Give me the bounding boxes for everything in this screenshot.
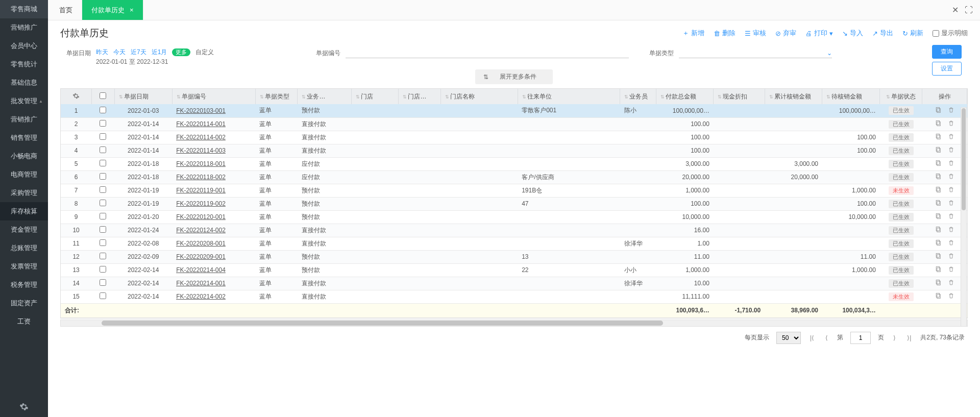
table-row[interactable]: 22022-01-14FK-20220114-001蓝单直接付款100.00已生… (61, 117, 967, 131)
col-biztype[interactable]: ⇅业务… (298, 89, 351, 104)
sidebar-item-12[interactable]: 资金管理 (0, 220, 48, 239)
delete-button[interactable]: 🗑 删除 (714, 29, 736, 38)
row-checkbox[interactable] (100, 200, 106, 206)
billno-link[interactable]: FK-20220119-002 (176, 200, 226, 207)
billno-link[interactable]: FK-20220103-001 (176, 107, 226, 114)
discard-button[interactable]: ⊘ 弃审 (775, 29, 796, 38)
table-row[interactable]: 142022-02-14FK-20220214-001蓝单直接付款徐泽华10.0… (61, 277, 967, 290)
copy-icon[interactable] (935, 186, 942, 193)
sidebar-item-0[interactable]: 零售商城 (0, 0, 48, 18)
date-custom[interactable]: 自定义 (195, 48, 214, 57)
delete-icon[interactable] (948, 226, 954, 233)
col-total[interactable]: ⇅付款总金额 (656, 89, 714, 104)
sidebar-item-3[interactable]: 零售统计 (0, 55, 48, 73)
select-all-checkbox[interactable] (91, 89, 114, 104)
sidebar-item-10[interactable]: 采购管理 (0, 184, 48, 202)
print-button[interactable]: 🖨 打印 ▾ (805, 29, 833, 38)
table-row[interactable]: 102022-01-24FK-20220124-002蓝单直接付款16.00已生… (61, 224, 967, 237)
horizontal-scrollbar[interactable] (60, 320, 968, 327)
delete-icon[interactable] (948, 239, 954, 246)
table-row[interactable]: 32022-01-14FK-20220114-002蓝单直接付款100.0010… (61, 131, 967, 144)
sidebar-item-5[interactable]: 批发管理 (0, 92, 48, 110)
table-row[interactable]: 82022-01-19FK-20220119-002蓝单预付款47100.001… (61, 197, 967, 210)
sidebar-item-9[interactable]: 电商管理 (0, 165, 48, 184)
billno-link[interactable]: FK-20220209-001 (176, 253, 226, 260)
billno-link[interactable]: FK-20220119-001 (176, 187, 226, 194)
delete-icon[interactable] (948, 173, 954, 180)
prev-page-icon[interactable]: ⟨ (823, 334, 830, 341)
last-page-icon[interactable]: ⟩| (905, 334, 913, 341)
row-checkbox[interactable] (100, 120, 106, 127)
col-salesman[interactable]: ⇅业务员 (620, 89, 656, 104)
row-checkbox[interactable] (100, 266, 106, 273)
export-button[interactable]: ↗ 导出 (872, 29, 893, 38)
billno-link[interactable]: FK-20220214-001 (176, 280, 226, 287)
copy-icon[interactable] (935, 213, 942, 219)
delete-icon[interactable] (948, 200, 954, 206)
billno-link[interactable]: FK-20220118-001 (176, 160, 226, 167)
billno-link[interactable]: FK-20220208-001 (176, 240, 226, 247)
col-store[interactable]: ⇅门店 (351, 89, 399, 104)
copy-icon[interactable] (935, 266, 942, 273)
delete-icon[interactable] (948, 266, 954, 273)
delete-icon[interactable] (948, 107, 954, 113)
page-input[interactable] (850, 332, 871, 344)
billtype-select[interactable]: ⌄ (679, 48, 832, 58)
billno-link[interactable]: FK-20220114-003 (176, 147, 226, 154)
copy-icon[interactable] (935, 146, 942, 153)
search-button[interactable]: 查询 (932, 45, 962, 59)
table-row[interactable]: 72022-01-19FK-20220119-001蓝单预付款191B仓1,00… (61, 184, 967, 197)
delete-icon[interactable] (948, 133, 954, 140)
sidebar-item-17[interactable]: 工资 (0, 312, 48, 331)
row-checkbox[interactable] (100, 173, 106, 180)
settings-icon[interactable] (0, 397, 48, 417)
gear-icon[interactable] (61, 89, 91, 104)
col-partner[interactable]: ⇅往来单位 (518, 89, 620, 104)
billno-input[interactable] (346, 48, 628, 58)
approve-button[interactable]: ☰ 审核 (745, 29, 766, 38)
date-last7[interactable]: 近7天 (131, 48, 146, 57)
tab-close-icon[interactable]: × (130, 6, 134, 14)
first-page-icon[interactable]: |⟨ (808, 334, 816, 341)
sidebar-item-15[interactable]: 税务管理 (0, 276, 48, 294)
billno-link[interactable]: FK-20220118-002 (176, 174, 226, 181)
add-button[interactable]: ＋ 新增 (682, 29, 704, 38)
row-checkbox[interactable] (100, 279, 106, 286)
row-checkbox[interactable] (100, 292, 106, 299)
row-checkbox[interactable] (100, 186, 106, 193)
copy-icon[interactable] (935, 279, 942, 286)
tab-0[interactable]: 首页 (50, 0, 82, 20)
col-pending[interactable]: ⇅待核销金额 (822, 89, 880, 104)
table-row[interactable]: 62022-01-18FK-20220118-002蓝单应付款客户/供应商20,… (61, 170, 967, 184)
close-icon[interactable]: ✕ (952, 5, 959, 15)
table-row[interactable]: 52022-01-18FK-20220118-001蓝单应付款3,000.003… (61, 157, 967, 170)
sidebar-item-7[interactable]: 销售管理 (0, 129, 48, 147)
copy-icon[interactable] (935, 239, 942, 246)
sidebar-item-6[interactable]: 营销推广 (0, 110, 48, 129)
delete-icon[interactable] (948, 120, 954, 127)
delete-icon[interactable] (948, 186, 954, 193)
billno-link[interactable]: FK-20220124-002 (176, 227, 226, 234)
col-store2[interactable]: ⇅门店… (399, 89, 441, 104)
vertical-scrollbar[interactable] (961, 107, 967, 327)
billno-link[interactable]: FK-20220214-002 (176, 293, 226, 300)
copy-icon[interactable] (935, 200, 942, 206)
delete-icon[interactable] (948, 213, 954, 219)
copy-icon[interactable] (935, 107, 942, 113)
copy-icon[interactable] (935, 173, 942, 180)
copy-icon[interactable] (935, 253, 942, 259)
table-row[interactable]: 12022-01-03FK-20220103-001蓝单预付款零散客户001陈小… (61, 104, 967, 117)
date-yesterday[interactable]: 昨天 (96, 48, 108, 57)
copy-icon[interactable] (935, 160, 942, 166)
sidebar-item-2[interactable]: 会员中心 (0, 37, 48, 55)
show-detail-checkbox[interactable]: 显示明细 (933, 29, 968, 38)
settings-button[interactable]: 设置 (932, 62, 962, 76)
delete-icon[interactable] (948, 160, 954, 166)
copy-icon[interactable] (935, 120, 942, 127)
col-storename[interactable]: ⇅门店名称 (441, 89, 518, 104)
row-checkbox[interactable] (100, 253, 106, 259)
row-checkbox[interactable] (100, 146, 106, 153)
table-row[interactable]: 122022-02-09FK-20220209-001蓝单预付款1311.001… (61, 250, 967, 263)
date-today[interactable]: 今天 (113, 48, 126, 57)
fullscreen-icon[interactable]: ⛶ (965, 6, 973, 15)
